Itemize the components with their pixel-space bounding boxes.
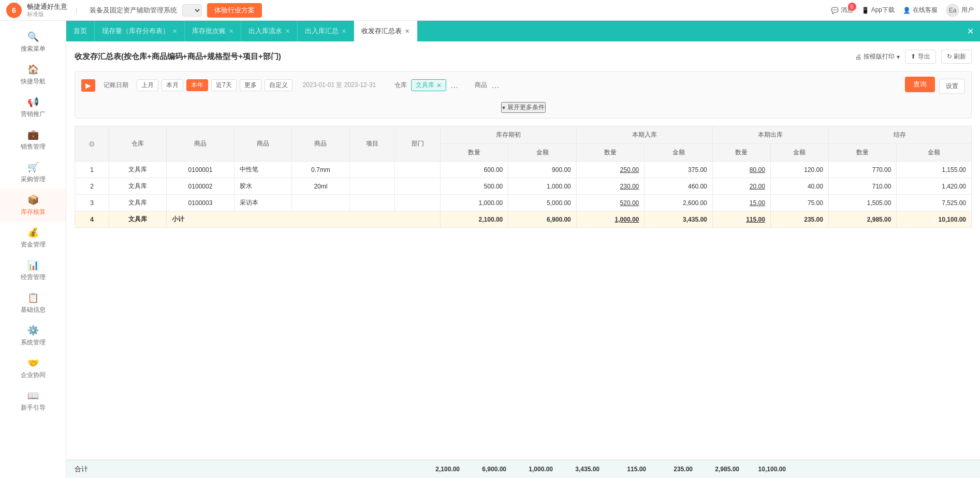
try-btn[interactable]: 体验行业方案 [207,3,262,18]
th-settings[interactable]: ⚙ [75,126,109,162]
date-btn-7days[interactable]: 近7天 [211,79,237,91]
tab-stock-dist-close[interactable]: ✕ [172,28,177,35]
export-btn[interactable]: ⬆ 导出 [905,50,935,64]
tab-receipts-summary[interactable]: 收发存汇总表 ✕ [354,21,417,41]
sidebar-item-basic-info[interactable]: 📋 基础信息 [0,287,66,320]
message-icon: 💬 [831,7,839,14]
row2-in-qty-link[interactable]: 230.00 [620,183,639,190]
sidebar-item-guide[interactable]: 📖 新手引导 [0,385,66,417]
refresh-btn[interactable]: ↻ 刷新 [941,50,972,64]
row3-opening-amt: 5,000.00 [508,195,577,211]
tab-bar-close[interactable]: ✕ [961,26,980,36]
subtotal-balance-amt: 10,100.00 [897,211,972,228]
row3-out-qty-link[interactable]: 15.00 [750,199,765,207]
tab-summary[interactable]: 出入库汇总 ✕ [298,21,354,41]
brand-tag: 标准版 [27,11,67,18]
system-icon: ⚙️ [27,325,39,336]
row3-out-qty[interactable]: 15.00 [712,195,770,211]
table-row: 3 文具库 0100003 采访本 1,000.00 5,000.00 520.… [75,195,972,211]
filter-settings-btn[interactable]: 设置 [939,79,965,94]
main-layout: 🔍 搜索菜单 🏠 快捷导航 📢 营销推广 💼 销售管理 🛒 采购管理 📦 [0,21,980,478]
row3-out-amt: 75.00 [770,195,828,211]
row3-balance-qty: 1,505.00 [828,195,897,211]
row1-out-qty-link[interactable]: 80.00 [750,166,765,173]
app-download-btn[interactable]: 📱 App下载 [861,6,895,15]
sidebar-item-quicknav[interactable]: 🏠 快捷导航 [0,59,66,91]
table-gear-icon[interactable]: ⚙ [89,140,95,148]
date-btn-this-year[interactable]: 本年 [186,79,208,91]
date-btn-custom[interactable]: 自定义 [265,79,292,91]
row2-out-qty-link[interactable]: 20.00 [750,183,765,190]
row3-in-qty-link[interactable]: 520.00 [620,199,639,207]
tab-bar: 首页 现存量（库存分布表） ✕ 库存批次账 ✕ 出入库流水 ✕ 出入库汇总 ✕ [66,21,980,41]
th-in-amt: 金额 [645,144,713,162]
sidebar-label-search: 搜索菜单 [21,45,46,53]
message-btn[interactable]: 💬 消息 6 [831,6,853,15]
page-title-actions: 🖨 按模版打印 ▾ ⬆ 导出 ↻ 刷新 [855,50,972,64]
print-btn[interactable]: 🖨 按模版打印 ▾ [855,52,900,61]
right-panel: 查询 设置 [905,77,965,94]
sidebar-item-enterprise[interactable]: 🤝 企业协同 [0,352,66,385]
total-in-amt: 3,435.00 [558,466,605,473]
row3-product-spec [291,195,349,211]
warehouse-tag[interactable]: 文具库 ✕ [411,79,446,91]
sidebar-label-basic-info: 基础信息 [21,306,46,314]
row1-balance-amt: 1,155.00 [897,162,972,178]
tab-summary-close[interactable]: ✕ [342,28,346,35]
subtotal-in-qty-link[interactable]: 1,000.00 [615,216,639,223]
goods-filter-more[interactable]: ... [491,80,499,91]
tab-stock-dist[interactable]: 现存量（库存分布表） ✕ [95,21,185,41]
th-project: 项目 [349,126,394,162]
row1-in-qty[interactable]: 250.00 [576,162,645,178]
goods-filter-label: 商品 [475,81,487,90]
online-service-btn[interactable]: 👤 在线客服 [903,6,938,15]
subtotal-balance-qty: 2,985.00 [828,211,897,228]
row3-product-name: 采访本 [235,195,292,211]
date-btn-last-month[interactable]: 上月 [137,79,158,91]
tab-receipts-summary-close[interactable]: ✕ [405,28,409,35]
row1-in-qty-link[interactable]: 250.00 [620,166,639,173]
user-label: 用户 [961,6,974,15]
tab-batch[interactable]: 库存批次账 ✕ [185,21,241,41]
tab-flow-close[interactable]: ✕ [285,28,290,35]
total-out-qty: 115.00 [605,466,651,473]
row2-opening-qty: 500.00 [440,178,508,195]
sidebar-item-search[interactable]: 🔍 搜索菜单 [0,26,66,59]
row3-in-qty[interactable]: 520.00 [576,195,645,211]
th-product-code: 商品 [166,126,235,162]
print-label: 按模版打印 [864,52,895,61]
subtotal-out-qty[interactable]: 115.00 [712,211,770,228]
tab-flow[interactable]: 出入库流水 ✕ [241,21,298,41]
sales-icon: 💼 [27,129,39,140]
tab-home[interactable]: 首页 [66,21,95,41]
subtotal-out-qty-link[interactable]: 115.00 [746,216,765,223]
row2-balance-qty: 710.00 [828,178,897,195]
row2-in-qty[interactable]: 230.00 [576,178,645,195]
marketing-icon: 📢 [27,96,39,108]
sidebar-item-operations[interactable]: 📊 经营管理 [0,254,66,287]
sidebar-item-marketing[interactable]: 📢 营销推广 [0,91,66,124]
sidebar-item-sales[interactable]: 💼 销售管理 [0,124,66,156]
system-select[interactable] [182,4,202,17]
query-btn[interactable]: 查询 [905,77,935,92]
filter-expand-btn[interactable]: ▾ 展开更多条件 [501,102,546,113]
date-btn-more[interactable]: 更多 [240,79,261,91]
sidebar-item-finance[interactable]: 💰 资金管理 [0,222,66,254]
brand-name: 畅捷通好生意 [27,3,67,11]
row1-out-qty[interactable]: 80.00 [712,162,770,178]
user-btn[interactable]: Ea 用户 [946,4,974,17]
tab-batch-close[interactable]: ✕ [229,28,233,35]
row2-out-qty[interactable]: 20.00 [712,178,770,195]
date-btn-this-month[interactable]: 本月 [162,79,183,91]
filter-toggle-btn[interactable]: ▶ [81,79,95,92]
guide-icon: 📖 [27,390,39,401]
sidebar-label-system: 系统管理 [21,338,46,347]
sidebar-item-purchase[interactable]: 🛒 采购管理 [0,156,66,189]
sidebar-item-inventory[interactable]: 📦 库存核算 [0,189,66,222]
top-bar-left: 6 畅捷通好生意 标准版 | 装备及固定资产辅助管理系统 体验行业方案 [6,3,262,18]
th-warehouse: 仓库 [109,126,167,162]
warehouse-tag-close[interactable]: ✕ [436,82,442,89]
subtotal-in-qty[interactable]: 1,000.00 [576,211,645,228]
sidebar-item-system[interactable]: ⚙️ 系统管理 [0,320,66,352]
warehouse-filter-more[interactable]: ... [450,80,458,91]
